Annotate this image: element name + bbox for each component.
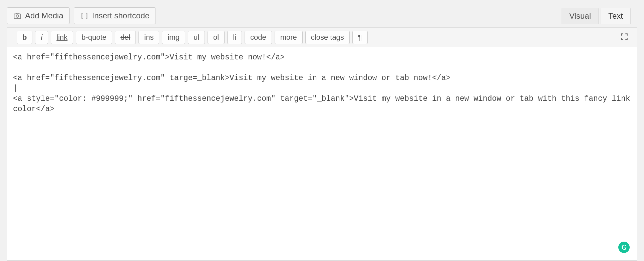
tab-text[interactable]: Text xyxy=(601,8,631,24)
qt-li-button[interactable]: li xyxy=(227,31,242,44)
top-row: Add Media Insert shortcode Visual Text xyxy=(0,0,644,27)
insert-shortcode-button[interactable]: Insert shortcode xyxy=(74,7,156,24)
add-media-label: Add Media xyxy=(25,11,63,20)
qt-bold-button[interactable]: b xyxy=(17,31,32,44)
grammarly-badge[interactable]: G xyxy=(618,242,630,253)
qt-bquote-button[interactable]: b-quote xyxy=(76,31,112,44)
fullscreen-button[interactable] xyxy=(618,30,631,44)
tab-visual[interactable]: Visual xyxy=(562,8,599,24)
add-media-button[interactable]: Add Media xyxy=(7,7,70,24)
qt-italic-button[interactable]: i xyxy=(35,31,48,44)
qt-img-button[interactable]: img xyxy=(162,31,185,44)
quicktags-toolbar: b i link b-quote del ins img ul ol li co… xyxy=(7,27,637,47)
editor-panel: Add Media Insert shortcode Visual Text b… xyxy=(0,0,644,261)
qt-more-button[interactable]: more xyxy=(275,31,303,44)
qt-ul-button[interactable]: ul xyxy=(188,31,205,44)
svg-point-1 xyxy=(16,15,19,17)
content-textarea[interactable] xyxy=(7,47,637,260)
qt-code-button[interactable]: code xyxy=(245,31,272,44)
editor-tabs: Visual Text xyxy=(560,8,637,24)
editor-container: G xyxy=(7,47,637,261)
qt-ol-button[interactable]: ol xyxy=(208,31,225,44)
camera-icon xyxy=(13,11,22,20)
qt-del-button[interactable]: del xyxy=(115,31,136,44)
insert-shortcode-label: Insert shortcode xyxy=(92,11,149,20)
shortcode-icon xyxy=(80,11,89,20)
qt-closetags-button[interactable]: close tags xyxy=(305,31,350,44)
qt-pilcrow-button[interactable]: ¶ xyxy=(352,31,368,44)
qt-link-button[interactable]: link xyxy=(51,31,73,44)
fullscreen-icon xyxy=(620,37,629,42)
qt-ins-button[interactable]: ins xyxy=(138,31,159,44)
